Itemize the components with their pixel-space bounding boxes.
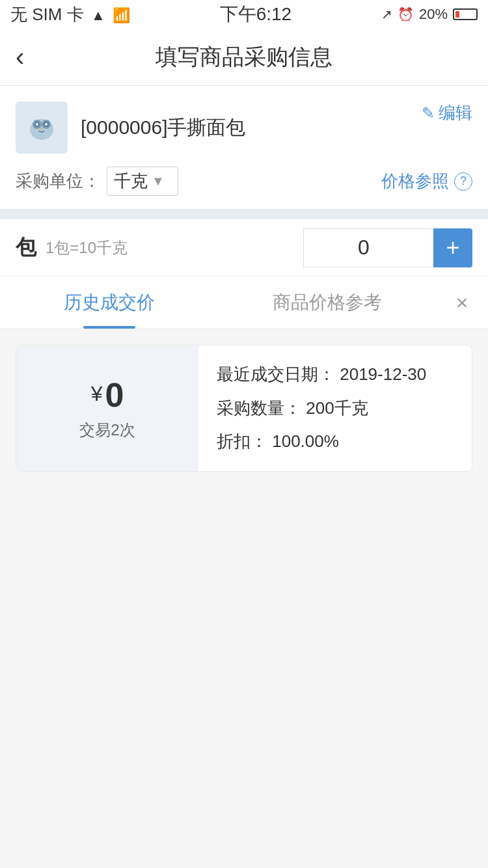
unit-label: 采购单位：	[16, 170, 100, 193]
price-number: 0	[105, 375, 124, 414]
quantity-right: +	[303, 228, 472, 267]
product-name: [0000006]手撕面包	[81, 115, 245, 141]
price-ref-label: 价格参照	[381, 170, 449, 193]
purchase-qty-value: 200千克	[306, 398, 368, 418]
quantity-plus-button[interactable]: +	[433, 228, 472, 267]
purchase-qty-row: 采购数量： 200千克	[217, 395, 454, 422]
nav-bar: ‹ 填写商品采购信息	[0, 29, 488, 86]
edit-button[interactable]: ✎ 编辑	[422, 102, 472, 124]
tab-history-price[interactable]: 历史成交价	[0, 277, 218, 329]
section-divider	[0, 209, 488, 219]
owl-logo-icon	[25, 111, 58, 144]
tab-close-button[interactable]: ×	[436, 277, 488, 329]
product-card: [0000006]手撕面包 ✎ 编辑 采购单位： 千克 ▼ 价格参照 ?	[0, 86, 488, 209]
history-card: ¥ 0 交易2次 最近成交日期： 2019-12-30 采购数量： 200千克 …	[16, 345, 472, 472]
unit-select[interactable]: 千克 ▼	[107, 167, 178, 196]
back-button[interactable]: ‹	[16, 42, 24, 72]
qty-unit-label: 包	[16, 234, 36, 262]
qty-sub-label: 1包=10千克	[46, 237, 128, 258]
status-right: ↗ ⏰ 20%	[381, 6, 478, 23]
product-header: [0000006]手撕面包 ✎ 编辑	[16, 102, 472, 154]
unit-value: 千克	[114, 170, 148, 193]
trade-date-value: 2019-12-30	[340, 364, 426, 384]
history-price-value: ¥ 0	[91, 375, 124, 414]
discount-row: 折扣： 100.00%	[217, 428, 454, 455]
bottom-area	[0, 487, 488, 868]
alarm-icon: ⏰	[398, 7, 414, 22]
battery-percent: 20%	[419, 6, 448, 23]
discount-value: 100.00%	[272, 431, 339, 451]
dropdown-arrow-icon: ▼	[152, 174, 165, 189]
location-icon: ↗	[381, 7, 392, 22]
product-thumbnail	[16, 102, 68, 154]
trade-count: 交易2次	[79, 420, 135, 441]
trade-date-row: 最近成交日期： 2019-12-30	[217, 361, 454, 388]
status-time: 下午6:12	[220, 2, 292, 27]
plus-icon: +	[446, 236, 459, 260]
quantity-left: 包 1包=10千克	[16, 234, 128, 262]
svg-point-5	[36, 123, 38, 126]
tabs-container: 历史成交价 商品价格参考 ×	[0, 277, 488, 329]
history-price-left: ¥ 0 交易2次	[16, 346, 198, 471]
page-title: 填写商品采购信息	[156, 42, 332, 72]
tab-price-ref-label: 商品价格参考	[273, 290, 382, 315]
status-signal: 无 SIM 卡 ▲ 📶	[10, 3, 130, 26]
purchase-qty-label: 采购数量：	[217, 398, 301, 418]
history-section: ¥ 0 交易2次 最近成交日期： 2019-12-30 采购数量： 200千克 …	[0, 329, 488, 487]
product-footer: 采购单位： 千克 ▼ 价格参照 ?	[16, 167, 472, 196]
product-left: [0000006]手撕面包	[16, 102, 245, 154]
battery-icon	[453, 8, 478, 20]
quantity-input[interactable]	[303, 228, 433, 267]
discount-label: 折扣：	[217, 431, 267, 451]
trade-date-label: 最近成交日期：	[217, 364, 335, 384]
close-icon: ×	[456, 291, 468, 315]
quantity-row: 包 1包=10千克 +	[0, 219, 488, 277]
edit-icon: ✎	[422, 104, 435, 122]
status-bar: 无 SIM 卡 ▲ 📶 下午6:12 ↗ ⏰ 20%	[0, 0, 488, 29]
tab-history-label: 历史成交价	[64, 290, 155, 315]
unit-row: 采购单位： 千克 ▼	[16, 167, 178, 196]
svg-point-6	[45, 123, 47, 126]
history-details-right: 最近成交日期： 2019-12-30 采购数量： 200千克 折扣： 100.0…	[198, 346, 472, 471]
tab-price-reference[interactable]: 商品价格参考	[218, 277, 436, 329]
price-reference-button[interactable]: 价格参照 ?	[381, 170, 472, 193]
info-icon: ?	[454, 172, 472, 191]
currency-symbol: ¥	[91, 382, 103, 406]
tab-active-indicator	[83, 326, 135, 329]
